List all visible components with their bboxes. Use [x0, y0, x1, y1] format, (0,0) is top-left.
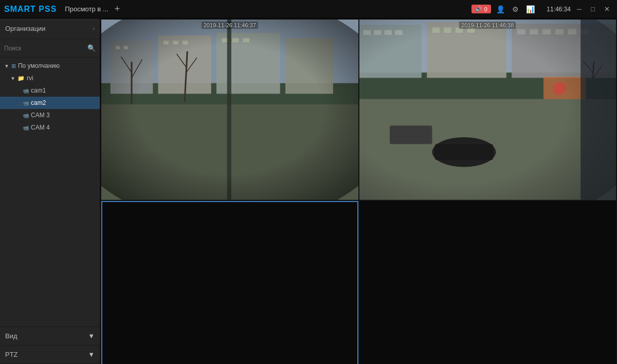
sidebar-chevron-icon: › [93, 26, 95, 31]
alert-badge[interactable]: 🔊 0 [471, 5, 491, 13]
speaker-icon: 🔊 [475, 6, 482, 12]
tree-item-label: CAM 4 [31, 124, 50, 131]
sidebar-bottom: Вид ▼ PTZ ▼ [0, 326, 100, 364]
cam2-timestamp: 2019-11-26 11:46:38 [459, 22, 516, 29]
group-icon: ⊞ [11, 63, 16, 69]
camera-icon: 📹 [23, 100, 29, 106]
main-layout: Организации › 🔍 ▼ ⊞ По умолчанию ▼ 📁 rvi [0, 19, 617, 364]
search-input[interactable] [4, 45, 84, 52]
svg-point-51 [359, 20, 616, 200]
view-section[interactable]: Вид ▼ [0, 327, 100, 345]
video-cell-1[interactable]: 2019-11-26 11:46:37 [101, 20, 358, 200]
titlebar: SMART PSS Просмотр в ... + 🔊 0 👤 ⚙ 📊 11:… [0, 0, 617, 19]
search-icon: 🔍 [87, 44, 96, 52]
tree-item-cam1[interactable]: 📹 cam1 [0, 84, 100, 97]
tree-item-label: CAM 3 [31, 112, 50, 119]
svg-point-22 [101, 20, 358, 200]
activity-icon[interactable]: 📊 [524, 4, 537, 14]
minimize-button[interactable]: ─ [574, 4, 585, 14]
logo-smart: SMART [4, 5, 36, 13]
ptz-label: PTZ [5, 351, 18, 358]
folder-icon: 📁 [17, 75, 25, 82]
svg-rect-52 [580, 20, 616, 200]
settings-icon[interactable]: ⚙ [510, 4, 521, 14]
tree-item-cam2[interactable]: 📹 cam2 [0, 97, 100, 109]
user-icon[interactable]: 👤 [494, 4, 507, 14]
view-label: Вид [5, 332, 17, 340]
tree-item-label: По умолчанию [18, 62, 60, 69]
ptz-section[interactable]: PTZ ▼ [0, 345, 100, 364]
cam1-feed [101, 20, 358, 200]
tree-item-default[interactable]: ▼ ⊞ По умолчанию [0, 60, 100, 72]
logo-pss: PSS [39, 5, 57, 13]
sidebar-header: Организации › [0, 19, 100, 39]
video-grid: 2019-11-26 11:46:37 [100, 19, 617, 364]
organizations-label: Организации [5, 25, 46, 32]
sidebar: Организации › 🔍 ▼ ⊞ По умолчанию ▼ 📁 rvi [0, 19, 100, 364]
tree-item-label: cam1 [31, 87, 46, 94]
video-area: 2019-11-26 11:46:37 [100, 19, 617, 364]
cam2-feed [359, 20, 616, 200]
add-tab-button[interactable]: + [115, 4, 120, 14]
tree-item-cam3[interactable]: 📹 CAM 3 [0, 109, 100, 121]
video-cell-4[interactable] [359, 201, 616, 364]
tab-label: Просмотр в ... [65, 5, 108, 13]
camera-icon: 📹 [23, 125, 29, 131]
tree-view: ▼ ⊞ По умолчанию ▼ 📁 rvi 📹 cam1 📹 cam2 [0, 58, 100, 326]
camera-icon: 📹 [23, 113, 29, 118]
close-button[interactable]: ✕ [601, 4, 613, 14]
video-cell-2[interactable]: 2019-11-26 11:46:38 [359, 20, 616, 200]
tree-item-label: cam2 [31, 99, 46, 106]
tree-item-cam4[interactable]: 📹 CAM 4 [0, 121, 100, 134]
clock-display: 11:46:34 [540, 6, 571, 13]
app-logo: SMART PSS [4, 5, 57, 14]
video-cell-3[interactable] [101, 201, 358, 364]
arrow-icon: ▼ [10, 76, 15, 81]
alert-count: 0 [484, 6, 487, 12]
maximize-button[interactable]: □ [588, 4, 598, 14]
titlebar-right: 🔊 0 👤 ⚙ 📊 11:46:34 ─ □ ✕ [471, 4, 613, 14]
tree-item-rvi[interactable]: ▼ 📁 rvi [0, 72, 100, 84]
search-bar: 🔍 [0, 39, 100, 58]
arrow-icon: ▼ [4, 63, 9, 69]
cam1-timestamp: 2019-11-26 11:46:37 [202, 22, 258, 29]
ptz-chevron-icon: ▼ [88, 351, 95, 358]
view-chevron-icon: ▼ [88, 332, 95, 340]
tree-item-label: rvi [27, 75, 33, 82]
camera-icon: 📹 [23, 88, 29, 94]
